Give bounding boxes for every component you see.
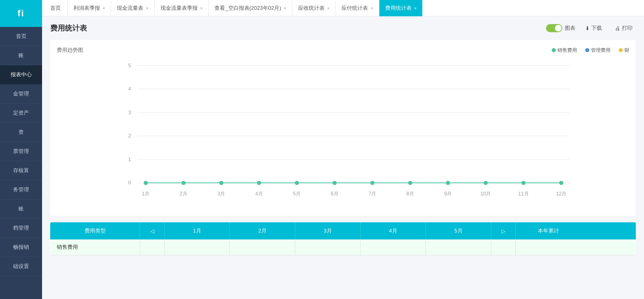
chart-point-mar [219, 181, 223, 185]
row-sales-mar [295, 239, 361, 255]
chart-point-may [295, 181, 299, 185]
row-sales-ytd [516, 239, 581, 255]
col-next-nav[interactable]: ▷ [491, 222, 516, 239]
tab-cashflow-quarterly[interactable]: 现金流量表季报 × [155, 0, 209, 16]
chart-toggle[interactable] [546, 24, 562, 32]
chart-point-nov [521, 181, 526, 185]
row-sales-apr [361, 239, 426, 255]
tab-close-receivable[interactable]: × [327, 6, 330, 11]
tab-receivable[interactable]: 应收统计表 × [292, 0, 336, 16]
page-title: 费用统计表 [50, 23, 87, 33]
tab-payable[interactable]: 应付统计表 × [336, 0, 379, 16]
col-jan: 1月 [165, 222, 230, 239]
sidebar-item-invoice[interactable]: 票管理 [0, 142, 42, 161]
row-sales-jan [165, 239, 230, 255]
download-label: 下载 [591, 24, 602, 32]
chart-point-jan [144, 181, 148, 185]
download-icon: ⬇ [585, 25, 590, 31]
chart-point-jul [370, 181, 374, 185]
tab-close-cashflow-quarterly[interactable]: × [200, 6, 203, 11]
page-actions: 图表 ⬇ 下载 🖨 打印 [546, 23, 636, 33]
chart-point-aug [408, 181, 412, 185]
svg-text:4: 4 [128, 86, 131, 92]
sidebar-item-archive[interactable]: 档管理 [0, 219, 42, 238]
chart-point-jun [332, 181, 336, 185]
row-sales-next-nav [491, 239, 516, 255]
legend-dot-finance [619, 48, 623, 52]
svg-text:9月: 9月 [444, 191, 452, 197]
col-feb: 2月 [230, 222, 295, 239]
sidebar-item-expense[interactable]: 畅报销 [0, 238, 42, 257]
chart-header: 费用趋势图 销售费用 管理费用 财 [57, 47, 629, 54]
tab-profit-quarterly[interactable]: 利润表季报 × [68, 0, 111, 16]
download-button[interactable]: ⬇ 下载 [582, 23, 605, 33]
legend-item-admin: 管理费用 [585, 47, 611, 54]
tab-close-payable[interactable]: × [370, 6, 373, 11]
col-may: 5月 [426, 222, 491, 239]
sidebar-item-assets[interactable]: 定资产 [0, 104, 42, 123]
tab-close-expense-stats[interactable]: × [414, 6, 417, 11]
legend-label-finance: 财 [624, 47, 629, 54]
svg-text:1月: 1月 [142, 191, 150, 197]
svg-text:7月: 7月 [369, 191, 377, 197]
chart-toggle-wrap[interactable]: 图表 [546, 24, 575, 32]
col-prev-nav[interactable]: ◁ [140, 222, 165, 239]
chart-point-feb [181, 181, 185, 185]
chart-toggle-label: 图表 [565, 24, 575, 32]
svg-text:3: 3 [128, 110, 131, 115]
sidebar-item-settings[interactable]: 础设置 [0, 257, 42, 276]
svg-text:10月: 10月 [481, 191, 491, 197]
sidebar-item-inventory[interactable]: 存核算 [0, 161, 42, 180]
svg-text:2: 2 [128, 133, 131, 139]
sidebar-logo: fi [0, 0, 42, 27]
svg-text:1: 1 [128, 157, 131, 162]
col-mar: 3月 [295, 222, 361, 239]
row-sales-nav [140, 239, 165, 255]
chart-card: 费用趋势图 销售费用 管理费用 财 [50, 40, 636, 216]
sidebar-item-account[interactable]: 账 [0, 46, 42, 65]
line-chart: 5 4 3 2 1 0 1月 2月 3月 4月 5月 6月 7月 8月 9月 1… [57, 57, 629, 208]
sidebar-item-home[interactable]: 首页 [0, 27, 42, 46]
page-header: 费用统计表 图表 ⬇ 下载 🖨 打印 [50, 23, 636, 33]
tab-bar: 首页 利润表季报 × 现金流量表 × 现金流量表季报 × 查看_空白报表(202… [42, 0, 644, 16]
sidebar-item-reports[interactable]: 报表中心 [0, 65, 42, 84]
page-content-area: 费用统计表 图表 ⬇ 下载 🖨 打印 费用趋势图 [42, 16, 644, 299]
print-label: 打印 [622, 24, 633, 32]
svg-text:11月: 11月 [518, 191, 529, 197]
tab-close-profit-quarterly[interactable]: × [103, 6, 105, 11]
legend-item-finance: 财 [619, 47, 629, 54]
svg-text:0: 0 [128, 180, 131, 186]
sidebar-item-capital[interactable]: 资 [0, 123, 42, 142]
svg-text:6月: 6月 [331, 191, 339, 197]
tab-home[interactable]: 首页 [44, 0, 68, 16]
table-row: 销售费用 [50, 239, 636, 255]
tab-blank-report[interactable]: 查看_空白报表(2023年02月) × [209, 0, 292, 16]
tab-close-cashflow[interactable]: × [146, 6, 148, 11]
chart-point-sep [446, 181, 450, 185]
tab-cashflow[interactable]: 现金流量表 × [111, 0, 154, 16]
chart-point-oct [484, 181, 488, 185]
legend-dot-admin [585, 48, 589, 52]
tab-close-blank-report[interactable]: × [284, 6, 286, 11]
print-icon: 🖨 [615, 25, 620, 31]
sidebar-item-cash[interactable]: 金管理 [0, 84, 42, 104]
main-content: 首页 利润表季报 × 现金流量表 × 现金流量表季报 × 查看_空白报表(202… [42, 0, 644, 299]
sidebar: fi 首页 账 报表中心 金管理 定资产 资 票管理 存核算 务管理 账 档管理… [0, 0, 42, 299]
legend-label-sales: 销售费用 [557, 47, 577, 54]
row-sales-type: 销售费用 [50, 239, 140, 255]
tab-expense-stats[interactable]: 费用统计表 × [379, 0, 423, 16]
table-header: 费用类型 ◁ 1月 2月 3月 4月 5月 ▷ 本年累计 [50, 222, 636, 239]
sidebar-item-service[interactable]: 务管理 [0, 180, 42, 199]
row-sales-may [426, 239, 491, 255]
legend-item-sales: 销售费用 [552, 47, 577, 54]
sidebar-item-ledger[interactable]: 账 [0, 199, 42, 219]
svg-text:5月: 5月 [293, 191, 301, 197]
legend-dot-sales [552, 48, 556, 52]
print-button[interactable]: 🖨 打印 [612, 23, 636, 33]
row-sales-feb [230, 239, 295, 255]
svg-text:12月: 12月 [556, 191, 567, 197]
expense-table: 费用类型 ◁ 1月 2月 3月 4月 5月 ▷ 本年累计 销售费用 [50, 222, 636, 255]
chart-title: 费用趋势图 [57, 47, 83, 54]
col-expense-type: 费用类型 [50, 222, 140, 239]
chart-legend: 销售费用 管理费用 财 [552, 47, 629, 54]
